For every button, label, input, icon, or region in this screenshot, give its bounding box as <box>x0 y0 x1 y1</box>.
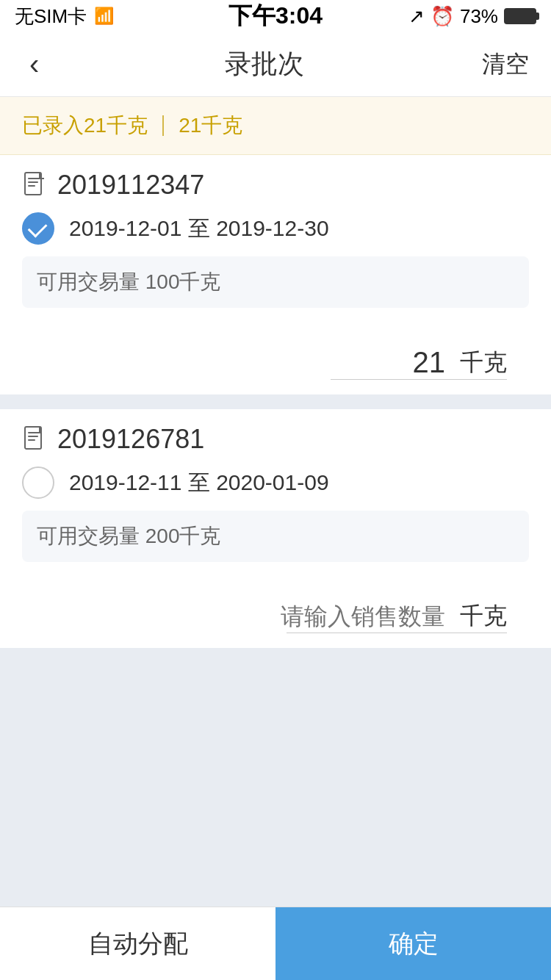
batch1-avail: 可用交易量 100千克 <box>22 256 529 308</box>
batch1-radio[interactable] <box>22 212 54 245</box>
batch2-id: 2019126781 <box>57 424 204 455</box>
recorded-label: 已录入21千克 <box>22 112 148 140</box>
banner-divider <box>162 115 164 136</box>
batch2-date-range: 2019-12-11 至 2020-01-09 <box>69 468 329 498</box>
nav-title: 录批次 <box>225 46 304 82</box>
batch1-qty-divider <box>331 379 507 380</box>
batch2-radio-row[interactable]: 2019-12-11 至 2020-01-09 <box>22 466 529 499</box>
batch2-header: 2019126781 <box>22 424 529 455</box>
batch1-qty-value: 21 <box>413 346 446 379</box>
batch2-input-row: 千克 <box>22 588 529 633</box>
batch1-date-range: 2019-12-01 至 2019-12-30 <box>69 214 329 244</box>
svg-rect-5 <box>25 427 41 449</box>
bottom-bar: 自动分配 确定 <box>0 907 551 980</box>
batch2-qty-input[interactable] <box>44 603 445 630</box>
location-icon: ↗ <box>408 5 425 28</box>
batch1-qty-row: 21 千克 <box>22 334 529 379</box>
svg-rect-3 <box>28 185 35 187</box>
batch-item-2: 2019126781 2019-12-11 至 2020-01-09 可用交易量… <box>0 409 551 588</box>
bottom-pad <box>0 648 551 942</box>
status-bar: 无SIM卡 📶 下午3:04 ↗ ⏰ 73% <box>0 0 551 32</box>
batch1-qty-unit: 千克 <box>460 347 507 379</box>
sim-text: 无SIM卡 <box>15 4 87 29</box>
batch2-input-divider <box>287 633 507 633</box>
batch1-header: 2019112347 <box>22 170 529 201</box>
svg-rect-4 <box>34 173 40 179</box>
total-label: 21千克 <box>179 112 242 140</box>
clear-button[interactable]: 清空 <box>482 48 529 81</box>
nav-bar: ‹ 录批次 清空 <box>0 32 551 97</box>
back-button[interactable]: ‹ <box>22 40 46 88</box>
confirm-button[interactable]: 确定 <box>276 907 551 980</box>
status-time: 下午3:04 <box>228 0 323 32</box>
batch2-qty-unit: 千克 <box>460 600 507 633</box>
batch2-icon <box>22 426 48 453</box>
battery-text: 73% <box>460 5 498 28</box>
batch2-radio[interactable] <box>22 466 54 499</box>
batch1-id: 2019112347 <box>57 170 204 201</box>
batch1-radio-row[interactable]: 2019-12-01 至 2019-12-30 <box>22 212 529 245</box>
status-left: 无SIM卡 📶 <box>15 4 114 29</box>
batch2-input-section: 千克 <box>0 588 551 648</box>
batch2-avail: 可用交易量 200千克 <box>22 511 529 562</box>
wifi-icon: 📶 <box>94 7 114 26</box>
svg-rect-2 <box>28 181 38 183</box>
svg-rect-7 <box>28 436 38 437</box>
batch-item-1: 2019112347 2019-12-01 至 2019-12-30 可用交易量… <box>0 155 551 334</box>
status-right: ↗ ⏰ 73% <box>408 5 536 28</box>
battery-icon <box>504 8 536 24</box>
batch1-qty-section: 21 千克 <box>0 334 551 394</box>
section-separator <box>0 394 551 409</box>
svg-rect-8 <box>28 439 35 441</box>
batch1-icon <box>22 172 48 198</box>
auto-distribute-button[interactable]: 自动分配 <box>0 907 276 980</box>
alarm-icon: ⏰ <box>431 5 454 28</box>
info-banner: 已录入21千克 21千克 <box>0 97 551 155</box>
